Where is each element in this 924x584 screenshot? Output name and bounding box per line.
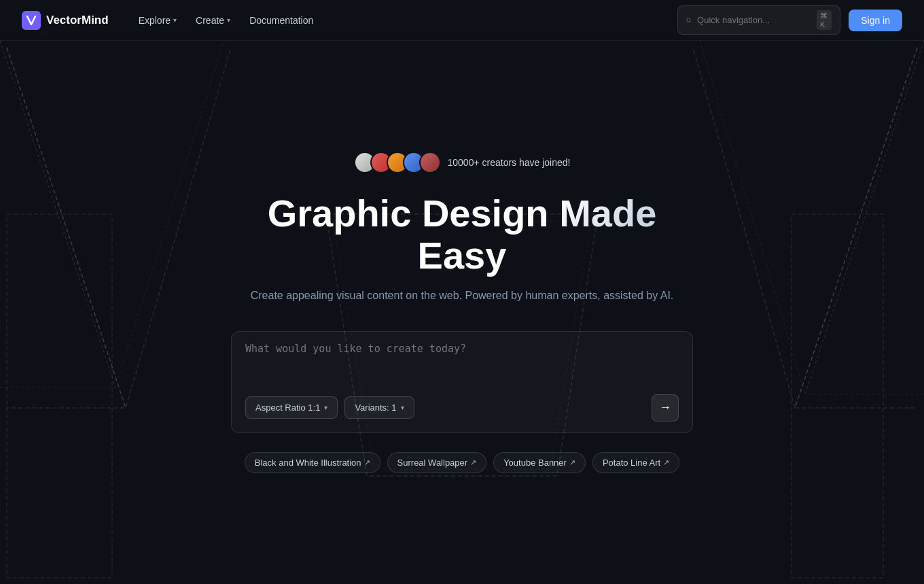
suggestion-chip[interactable]: Black and White Illustration↗ [245, 452, 380, 473]
aspect-ratio-chevron-icon: ▾ [324, 404, 327, 411]
hero-content: 10000+ creators have joined! Graphic Des… [231, 152, 693, 473]
navbar-right: ⌘ K Sign in [677, 5, 902, 35]
svg-marker-4 [792, 214, 883, 578]
chip-arrow-icon: ↗ [663, 458, 669, 467]
logo-icon [22, 11, 41, 30]
chip-arrow-icon: ↗ [569, 458, 575, 467]
suggestion-chips: Black and White Illustration↗Surreal Wal… [245, 452, 679, 473]
suggestion-chip[interactable]: Surreal Wallpaper↗ [387, 452, 487, 473]
sign-in-button[interactable]: Sign in [849, 10, 902, 31]
nav-docs[interactable]: Documentation [241, 11, 321, 30]
svg-marker-5 [7, 214, 112, 578]
hero-container: 10000+ creators have joined! Graphic Des… [0, 41, 924, 584]
submit-button[interactable]: → [652, 394, 679, 422]
search-input[interactable] [697, 15, 811, 25]
avatar [419, 152, 441, 173]
search-shortcut: ⌘ K [817, 10, 832, 30]
variants-chevron-icon: ▾ [401, 404, 404, 411]
create-chevron-icon: ▾ [227, 16, 230, 24]
suggestion-chip[interactable]: Youtube Banner↗ [493, 452, 586, 473]
nav-links: Explore ▾ Create ▾ Documentation [130, 11, 322, 30]
creation-input[interactable] [245, 343, 679, 383]
aspect-ratio-select[interactable]: Aspect Ratio 1:1 ▾ [245, 396, 338, 419]
brand-name: VectorMind [46, 14, 109, 27]
chip-label: Youtube Banner [503, 458, 567, 468]
chip-label: Surreal Wallpaper [397, 458, 468, 468]
navbar-left: VectorMind Explore ▾ Create ▾ Documentat… [22, 11, 321, 30]
logo-area[interactable]: VectorMind [22, 11, 109, 30]
avatar-group [354, 152, 441, 173]
chip-arrow-icon: ↗ [470, 458, 476, 467]
nav-explore[interactable]: Explore ▾ [130, 11, 185, 30]
creation-box: Aspect Ratio 1:1 ▾ Variants: 1 ▾ → [231, 331, 693, 433]
svg-rect-0 [22, 11, 41, 30]
hero-subtitle: Create appealing visual content on the w… [251, 288, 674, 304]
variants-select[interactable]: Variants: 1 ▾ [344, 396, 414, 419]
creation-controls: Aspect Ratio 1:1 ▾ Variants: 1 ▾ → [245, 394, 679, 422]
controls-left: Aspect Ratio 1:1 ▾ Variants: 1 ▾ [245, 396, 414, 419]
social-proof: 10000+ creators have joined! [354, 152, 571, 173]
explore-chevron-icon: ▾ [173, 16, 177, 24]
chip-arrow-icon: ↗ [364, 458, 370, 467]
chip-label: Black and White Illustration [255, 458, 361, 468]
nav-create[interactable]: Create ▾ [188, 11, 238, 30]
social-proof-text: 10000+ creators have joined! [448, 157, 571, 168]
search-icon [686, 16, 692, 25]
suggestion-chip[interactable]: Potato Line Art↗ [592, 452, 679, 473]
hero-title: Graphic Design Made Easy [231, 192, 693, 276]
search-bar[interactable]: ⌘ K [677, 5, 840, 35]
chip-label: Potato Line Art [603, 458, 660, 468]
navbar: VectorMind Explore ▾ Create ▾ Documentat… [0, 0, 924, 41]
